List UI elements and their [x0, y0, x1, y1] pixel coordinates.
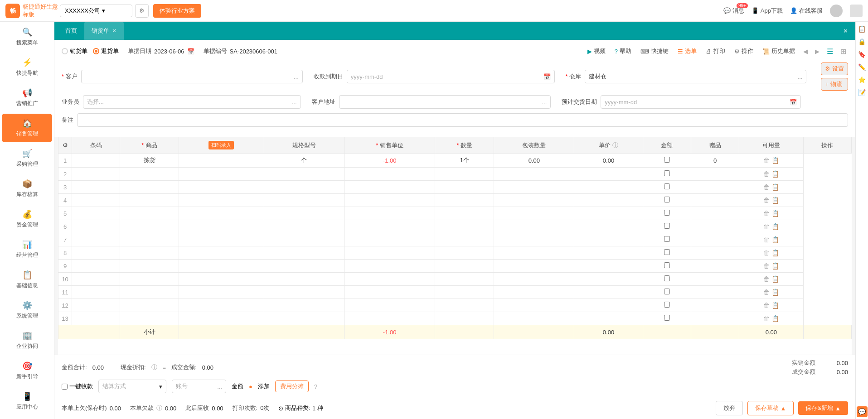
right-panel-btn-2[interactable]: 🔒	[857, 36, 868, 47]
toolbar-operate[interactable]: ⚙ 操作	[732, 45, 756, 57]
salesperson-input[interactable]: 选择... ...	[83, 95, 301, 109]
toolbar-video[interactable]: ▶ 视频	[585, 45, 608, 57]
right-panel-btn-orange[interactable]: 💬	[857, 406, 868, 417]
one-click-payment[interactable]: 一键收款	[62, 382, 93, 390]
delete-icon[interactable]: 🗑	[763, 170, 770, 178]
delete-icon[interactable]: 🗑	[763, 302, 770, 309]
sidebar-item-enterprise[interactable]: 🏢 企业协同	[2, 326, 52, 355]
copy-icon[interactable]: 📋	[771, 315, 779, 322]
sidebar-item-base[interactable]: 📋 基础信息	[2, 265, 52, 294]
due-date-input[interactable]: yyyy-mm-dd 📅	[347, 70, 555, 83]
delete-icon[interactable]: 🗑	[763, 183, 770, 191]
sidebar-item-finance[interactable]: 💰 资金管理	[2, 205, 52, 233]
row-amount-1[interactable]: 0.00	[574, 154, 643, 168]
expense-info-icon[interactable]: ?	[314, 383, 317, 390]
toolbar-select[interactable]: ☰ 选单	[675, 45, 699, 57]
delete-icon[interactable]: 🗑	[763, 223, 770, 230]
company-selector[interactable]: XXXXXX公司 ▾	[60, 5, 132, 17]
sidebar-item-operations[interactable]: 📊 经营管理	[2, 235, 52, 264]
tab-close-icon[interactable]: ✕	[112, 28, 116, 34]
copy-icon[interactable]: 📋	[771, 170, 779, 178]
user-avatar[interactable]	[830, 5, 843, 17]
delete-icon[interactable]: 🗑	[763, 315, 770, 322]
settlement-method-input[interactable]: 结算方式 ▾	[98, 380, 166, 393]
expense-split-button[interactable]: 费用分摊	[275, 380, 309, 392]
sidebar-item-inventory[interactable]: 📦 库存核算	[2, 174, 52, 203]
right-panel-btn-4[interactable]: ✏️	[857, 62, 868, 72]
sidebar-item-quick-nav[interactable]: ⚡ 快捷导航	[2, 53, 52, 82]
radio-sales[interactable]: 销货单	[62, 47, 87, 55]
delete-icon[interactable]: 🗑	[763, 157, 770, 164]
one-click-checkbox[interactable]	[62, 384, 68, 390]
radio-return[interactable]: 退货单	[93, 47, 119, 55]
list-view-icon[interactable]: ☰	[827, 47, 833, 56]
copy-icon[interactable]: 📋	[771, 210, 779, 217]
save-new-button[interactable]: 保存&新增 ▲	[798, 401, 848, 415]
th-scan[interactable]: 扫码录入	[179, 137, 264, 154]
notes-input[interactable]	[77, 113, 848, 127]
sidebar-item-sales[interactable]: 🏠 销售管理	[2, 114, 52, 142]
customer-input[interactable]: ...	[81, 70, 303, 83]
message-button[interactable]: 💬 消息 99+	[723, 7, 744, 15]
save-draft-button[interactable]: 保存草稿 ▲	[747, 401, 794, 415]
toolbar-print[interactable]: 🖨 打印	[703, 45, 728, 57]
toolbar-help[interactable]: ? 帮助	[612, 45, 634, 57]
copy-icon[interactable]: 📋	[771, 223, 779, 230]
settings-button[interactable]: ⚙	[135, 4, 149, 18]
calendar-icon[interactable]: 📅	[187, 48, 194, 55]
grid-view-icon[interactable]: ⊞	[840, 47, 846, 56]
delete-icon[interactable]: 🗑	[763, 210, 770, 217]
row-price-1[interactable]: 0.00	[494, 154, 574, 168]
logistics-button[interactable]: + 物流	[821, 78, 848, 91]
tab-home[interactable]: 首页	[58, 22, 84, 40]
discard-button[interactable]: 放弃	[716, 401, 743, 415]
trial-button[interactable]: 体验行业方案	[153, 4, 201, 18]
app-download-button[interactable]: 📱 App下载	[752, 7, 783, 15]
cash-discount-info-icon[interactable]: ⓘ	[151, 363, 157, 371]
right-panel-btn-5[interactable]: ⭐	[857, 74, 868, 85]
toolbar-history[interactable]: 📜 历史单据	[760, 45, 798, 57]
th-settings[interactable]: ⚙	[58, 137, 72, 154]
account-input[interactable]: 账号 ...	[172, 380, 226, 393]
tab-sales-order[interactable]: 销货单 ✕	[84, 22, 124, 40]
sidebar-item-search[interactable]: 🔍 搜索菜单	[2, 23, 52, 51]
copy-icon[interactable]: 📋	[771, 157, 779, 164]
row-qty-1[interactable]: -1.00	[344, 154, 435, 168]
delete-icon[interactable]: 🗑	[763, 249, 770, 256]
owed-info-icon[interactable]: ⓘ	[156, 404, 162, 412]
settings-button[interactable]: ⚙ 设置	[821, 63, 848, 75]
delete-icon[interactable]: 🗑	[763, 262, 770, 270]
row-barcode-1[interactable]	[72, 154, 120, 168]
row-spec-1[interactable]	[179, 154, 264, 168]
sidebar-item-guide[interactable]: 🎯 新手引导	[2, 356, 52, 385]
row-product-1[interactable]: 拣货	[120, 154, 179, 168]
delete-icon[interactable]: 🗑	[763, 275, 770, 283]
scan-button[interactable]: 扫码录入	[209, 141, 234, 149]
nav-prev-icon[interactable]: ◀	[803, 48, 808, 55]
add-amount-icon[interactable]: ●	[249, 383, 252, 390]
copy-icon[interactable]: 📋	[771, 183, 779, 191]
copy-icon[interactable]: 📋	[771, 236, 779, 243]
delete-icon[interactable]: 🗑	[763, 289, 770, 296]
copy-icon[interactable]: 📋	[771, 262, 779, 270]
online-service-button[interactable]: 👤 在线客服	[790, 7, 823, 15]
customer-address-input[interactable]: ...	[339, 95, 551, 109]
toolbar-shortcut[interactable]: ⌨ 快捷键	[638, 45, 671, 57]
sidebar-item-system[interactable]: ⚙️ 系统管理	[2, 296, 52, 324]
copy-icon[interactable]: 📋	[771, 302, 779, 309]
right-panel-btn-3[interactable]: 🔖	[857, 49, 868, 60]
nav-next-icon[interactable]: ▶	[815, 48, 820, 55]
sidebar-item-appstore[interactable]: 📱 应用中心	[2, 387, 52, 415]
right-panel-btn-6[interactable]: 📝	[857, 87, 868, 98]
delete-icon[interactable]: 🗑	[763, 236, 770, 243]
row-gift-1[interactable]	[643, 154, 691, 168]
copy-icon[interactable]: 📋	[771, 275, 779, 283]
row-pack-qty-1[interactable]: 1个	[435, 154, 494, 168]
sidebar-item-purchase[interactable]: 🛒 采购管理	[2, 144, 52, 173]
right-panel-btn-1[interactable]: 📋	[857, 24, 868, 34]
sidebar-item-marketing[interactable]: 📢 营销推广	[2, 83, 52, 112]
copy-icon[interactable]: 📋	[771, 249, 779, 256]
delete-icon[interactable]: 🗑	[763, 197, 770, 204]
user-menu[interactable]	[850, 5, 863, 17]
product-type-radio[interactable]: ⊙	[278, 405, 283, 412]
